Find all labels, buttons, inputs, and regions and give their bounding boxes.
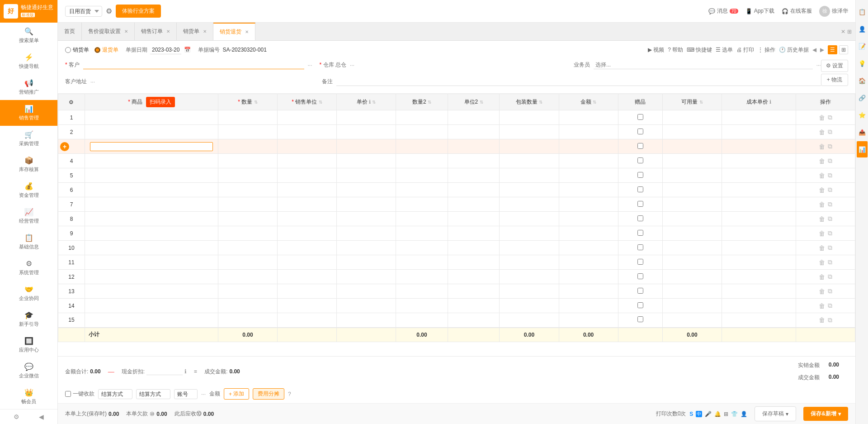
row-amount-6[interactable] bbox=[559, 183, 618, 197]
row-amount-13[interactable] bbox=[559, 284, 618, 299]
sidebar-item-purchase[interactable]: 🛒采购管理 bbox=[0, 126, 57, 152]
row-qty-7[interactable] bbox=[218, 197, 277, 212]
row-avail-7[interactable] bbox=[662, 197, 722, 212]
gift-checkbox-10[interactable] bbox=[637, 244, 643, 250]
row-unit-7[interactable] bbox=[277, 197, 336, 212]
gift-checkbox-3[interactable] bbox=[637, 143, 643, 149]
pack-sort-icon[interactable]: ⇅ bbox=[539, 100, 542, 105]
row-unit2-10[interactable] bbox=[448, 241, 500, 255]
video-btn[interactable]: ▶ 视频 bbox=[648, 46, 664, 54]
row-pack-15[interactable] bbox=[500, 313, 559, 328]
row-delete-1[interactable]: 🗑 bbox=[819, 114, 825, 121]
address-dots[interactable]: ··· bbox=[90, 79, 95, 85]
row-price-3[interactable] bbox=[337, 139, 396, 154]
tab-close-order[interactable]: ✕ bbox=[166, 29, 170, 34]
row-amount-2[interactable] bbox=[559, 125, 618, 139]
row-delete-6[interactable]: 🗑 bbox=[819, 186, 825, 194]
message-btn[interactable]: 💬 消息 70 bbox=[708, 7, 738, 15]
row-qty2-15[interactable] bbox=[396, 313, 448, 328]
row-qty2-11[interactable] bbox=[396, 255, 448, 270]
row-qty-12[interactable] bbox=[218, 270, 277, 284]
row-qty2-3[interactable] bbox=[396, 139, 448, 154]
right-panel-item-active[interactable]: 📊 bbox=[857, 141, 868, 157]
row-gift-14[interactable] bbox=[618, 299, 662, 313]
row-copy-7[interactable]: ⧉ bbox=[828, 200, 832, 208]
row-cost-5[interactable] bbox=[722, 168, 796, 183]
discount-info[interactable]: ℹ bbox=[184, 368, 187, 375]
row-qty2-2[interactable] bbox=[396, 125, 448, 139]
right-panel-item-7[interactable]: ⭐ bbox=[857, 107, 868, 123]
row-delete-5[interactable]: 🗑 bbox=[819, 172, 825, 179]
row-copy-15[interactable]: ⧉ bbox=[828, 316, 832, 324]
row-qty2-12[interactable] bbox=[396, 270, 448, 284]
row-qty-9[interactable] bbox=[218, 226, 277, 241]
row-avail-15[interactable] bbox=[662, 313, 722, 328]
row-pack-8[interactable] bbox=[500, 212, 559, 226]
row-qty2-10[interactable] bbox=[396, 241, 448, 255]
row-goods-10[interactable] bbox=[85, 241, 218, 255]
right-panel-item-2[interactable]: 👤 bbox=[857, 21, 868, 37]
row-amount-14[interactable] bbox=[559, 299, 618, 313]
row-gift-4[interactable] bbox=[618, 154, 662, 168]
row-delete-10[interactable]: 🗑 bbox=[819, 244, 825, 252]
sidebar-item-finance[interactable]: 💰资金管理 bbox=[0, 177, 57, 203]
row-price-14[interactable] bbox=[337, 299, 396, 313]
row-pack-1[interactable] bbox=[500, 110, 559, 125]
row-unit2-14[interactable] bbox=[448, 299, 500, 313]
row-unit-10[interactable] bbox=[277, 241, 336, 255]
row-goods-15[interactable] bbox=[85, 313, 218, 328]
row-unit2-11[interactable] bbox=[448, 255, 500, 270]
row-unit-9[interactable] bbox=[277, 226, 336, 241]
row-unit-15[interactable] bbox=[277, 313, 336, 328]
row-gift-6[interactable] bbox=[618, 183, 662, 197]
row-pack-12[interactable] bbox=[500, 270, 559, 284]
row-amount-1[interactable] bbox=[559, 110, 618, 125]
row-qty-2[interactable] bbox=[218, 125, 277, 139]
row-qty2-1[interactable] bbox=[396, 110, 448, 125]
row-pack-10[interactable] bbox=[500, 241, 559, 255]
row-amount-8[interactable] bbox=[559, 212, 618, 226]
sidebar-item-search[interactable]: 🔍搜索菜单 bbox=[0, 23, 57, 48]
gift-checkbox-9[interactable] bbox=[637, 230, 643, 236]
row-unit2-5[interactable] bbox=[448, 168, 500, 183]
row-avail-11[interactable] bbox=[662, 255, 722, 270]
salesman-input[interactable] bbox=[594, 61, 813, 69]
sidebar-item-wechat[interactable]: 💬企业微信 bbox=[0, 358, 57, 384]
save-draft-btn[interactable]: 保存草稿 ▾ bbox=[755, 406, 796, 421]
right-panel-item-6[interactable]: 🔗 bbox=[857, 90, 868, 106]
row-cost-12[interactable] bbox=[722, 270, 796, 284]
row-goods-3[interactable] bbox=[85, 139, 218, 154]
row-qty2-13[interactable] bbox=[396, 284, 448, 299]
row-unit-11[interactable] bbox=[277, 255, 336, 270]
row-copy-9[interactable]: ⧉ bbox=[828, 229, 832, 237]
unit-sort-icon[interactable]: ⇅ bbox=[319, 100, 322, 105]
row-qty-10[interactable] bbox=[218, 241, 277, 255]
scan-input-btn[interactable]: 扫码录入 bbox=[146, 97, 175, 107]
row-copy-14[interactable]: ⧉ bbox=[828, 302, 832, 310]
sidebar-item-collab[interactable]: 🤝企业协同 bbox=[0, 281, 57, 306]
row-qty2-4[interactable] bbox=[396, 154, 448, 168]
row-gift-11[interactable] bbox=[618, 255, 662, 270]
row-copy-10[interactable]: ⧉ bbox=[828, 244, 832, 252]
save-new-btn[interactable]: 保存&新增 ▾ bbox=[803, 407, 848, 421]
grid-view-btn[interactable]: ⊞ bbox=[839, 45, 848, 54]
tab-price-setting[interactable]: 售价提取设置 ✕ bbox=[82, 23, 135, 40]
goods-input-3[interactable] bbox=[90, 142, 213, 151]
row-avail-9[interactable] bbox=[662, 226, 722, 241]
row-qty-14[interactable] bbox=[218, 299, 277, 313]
row-gift-10[interactable] bbox=[618, 241, 662, 255]
row-goods-13[interactable] bbox=[85, 284, 218, 299]
industry-select[interactable]: 日用百货 bbox=[65, 6, 102, 17]
select-order-btn[interactable]: ☰ 选单 bbox=[716, 46, 733, 54]
tab-sales-order[interactable]: 销售订单 ✕ bbox=[135, 23, 177, 40]
row-unit-12[interactable] bbox=[277, 270, 336, 284]
row-delete-4[interactable]: 🗑 bbox=[819, 157, 825, 165]
row-delete-3[interactable]: 🗑 bbox=[819, 143, 825, 150]
row-cost-4[interactable] bbox=[722, 154, 796, 168]
price-sort-icon[interactable]: ⇅ bbox=[372, 100, 376, 105]
row-pack-6[interactable] bbox=[500, 183, 559, 197]
tab-close-return[interactable]: ✕ bbox=[245, 29, 249, 34]
row-cost-7[interactable] bbox=[722, 197, 796, 212]
gift-checkbox-15[interactable] bbox=[637, 316, 643, 322]
one-click-label[interactable]: 一键收款 bbox=[65, 390, 94, 398]
